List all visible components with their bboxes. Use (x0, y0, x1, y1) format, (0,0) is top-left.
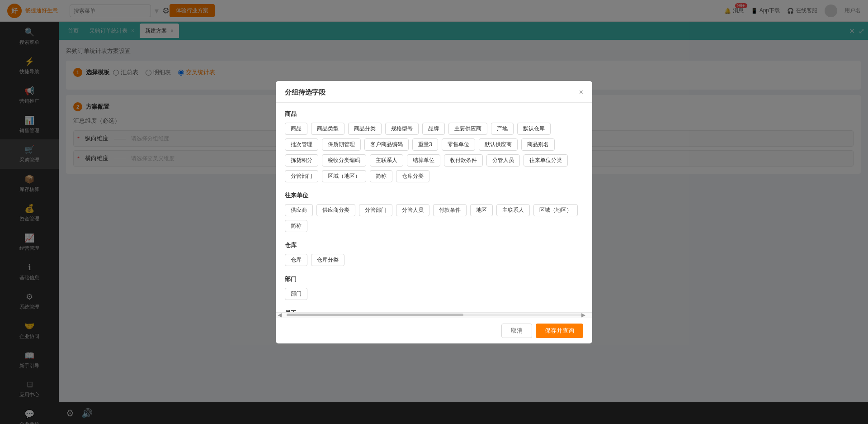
modal-body: 商品 商品 商品类型 商品分类 规格型号 品牌 主要供应商 产地 默认仓库 批次… (276, 103, 592, 312)
section-dept-fields: 部门 (285, 288, 583, 300)
modal-title: 分组待选字段 (285, 88, 326, 97)
section-dept: 部门 部门 (285, 275, 583, 300)
field-tag-area[interactable]: 地区 (470, 204, 493, 216)
hscroll-thumb (287, 314, 463, 316)
save-query-button[interactable]: 保存并查询 (536, 324, 583, 338)
field-tag-main-contact2[interactable]: 主联系人 (496, 204, 530, 216)
field-tag-product-alias[interactable]: 商品别名 (521, 138, 555, 151)
field-tag-product[interactable]: 商品 (285, 123, 307, 135)
section-product-fields: 商品 商品类型 商品分类 规格型号 品牌 主要供应商 产地 默认仓库 批次管理 … (285, 123, 583, 182)
modal-close-btn[interactable]: × (579, 88, 583, 96)
modal-hscroll[interactable]: ◀ ▶ (276, 312, 592, 318)
section-partner-fields: 供应商 供应商分类 分管部门 分管人员 付款条件 地区 主联系人 区域（地区） … (285, 204, 583, 232)
section-product: 商品 商品 商品类型 商品分类 规格型号 品牌 主要供应商 产地 默认仓库 批次… (285, 110, 583, 182)
field-tag-warehouse-cat[interactable]: 仓库分类 (311, 254, 344, 266)
section-employee-title: 员工 (285, 309, 583, 312)
field-tag-weight3[interactable]: 重量3 (412, 138, 438, 151)
section-product-title: 商品 (285, 110, 583, 118)
field-tag-batch-manage[interactable]: 批次管理 (285, 138, 318, 151)
section-partner: 往来单位 供应商 供应商分类 分管部门 分管人员 付款条件 地区 主联系人 区域… (285, 191, 583, 232)
field-tag-payment-cond[interactable]: 付款条件 (433, 204, 467, 216)
field-tag-partner-category[interactable]: 往来单位分类 (524, 154, 568, 167)
field-tag-supervisor[interactable]: 分管人员 (486, 154, 520, 167)
field-tag-dept[interactable]: 部门 (285, 288, 307, 300)
section-dept-title: 部门 (285, 275, 583, 283)
section-partner-title: 往来单位 (285, 191, 583, 200)
field-tag-product-category[interactable]: 商品分类 (348, 123, 382, 135)
field-tag-supervisor2[interactable]: 分管人员 (396, 204, 429, 216)
field-tag-main-supplier[interactable]: 主要供应商 (448, 123, 487, 135)
field-tag-customer-code[interactable]: 客户商品编码 (364, 138, 409, 151)
field-tag-tax-code[interactable]: 税收分类编码 (322, 154, 366, 167)
hscroll-track (287, 314, 581, 316)
field-tag-region2[interactable]: 区域（地区） (533, 204, 578, 216)
section-warehouse-fields: 仓库 仓库分类 (285, 254, 583, 266)
field-tag-warehouse[interactable]: 仓库 (285, 254, 307, 266)
field-tag-expiry-manage[interactable]: 保质期管理 (322, 138, 361, 151)
field-select-modal: 分组待选字段 × 商品 商品 商品类型 商品分类 规格型号 品牌 主要供应商 产… (276, 81, 592, 343)
field-tag-dept-manage2[interactable]: 分管部门 (359, 204, 392, 216)
field-tag-region[interactable]: 区域（地区） (322, 170, 366, 182)
field-tag-abbreviation2[interactable]: 简称 (285, 220, 307, 232)
field-tag-pick-points[interactable]: 拣货积分 (285, 154, 318, 167)
field-tag-main-contact[interactable]: 主联系人 (370, 154, 403, 167)
field-tag-brand[interactable]: 品牌 (422, 123, 445, 135)
field-tag-spec-model[interactable]: 规格型号 (385, 123, 419, 135)
field-tag-origin[interactable]: 产地 (491, 123, 514, 135)
section-warehouse: 仓库 仓库 仓库分类 (285, 241, 583, 266)
modal-header: 分组待选字段 × (276, 81, 592, 103)
field-tag-default-warehouse[interactable]: 默认仓库 (517, 123, 551, 135)
modal-footer: 取消 保存并查询 (276, 318, 592, 343)
field-tag-default-supplier[interactable]: 默认供应商 (479, 138, 518, 151)
section-warehouse-title: 仓库 (285, 241, 583, 249)
field-tag-warehouse-category[interactable]: 仓库分类 (396, 170, 429, 182)
modal-overlay: 分组待选字段 × 商品 商品 商品类型 商品分类 规格型号 品牌 主要供应商 产… (0, 0, 868, 424)
field-tag-retail-unit[interactable]: 零售单位 (442, 138, 475, 151)
field-tag-supplier[interactable]: 供应商 (285, 204, 313, 216)
field-tag-product-type[interactable]: 商品类型 (311, 123, 344, 135)
field-tag-dept-manage[interactable]: 分管部门 (285, 170, 318, 182)
section-employee: 员工 业务员 (285, 309, 583, 312)
field-tag-abbreviation[interactable]: 简称 (370, 170, 392, 182)
field-tag-payment-terms[interactable]: 收付款条件 (444, 154, 483, 167)
field-tag-supplier-category[interactable]: 供应商分类 (316, 204, 355, 216)
field-tag-settlement-unit[interactable]: 结算单位 (407, 154, 440, 167)
cancel-button[interactable]: 取消 (501, 324, 532, 338)
